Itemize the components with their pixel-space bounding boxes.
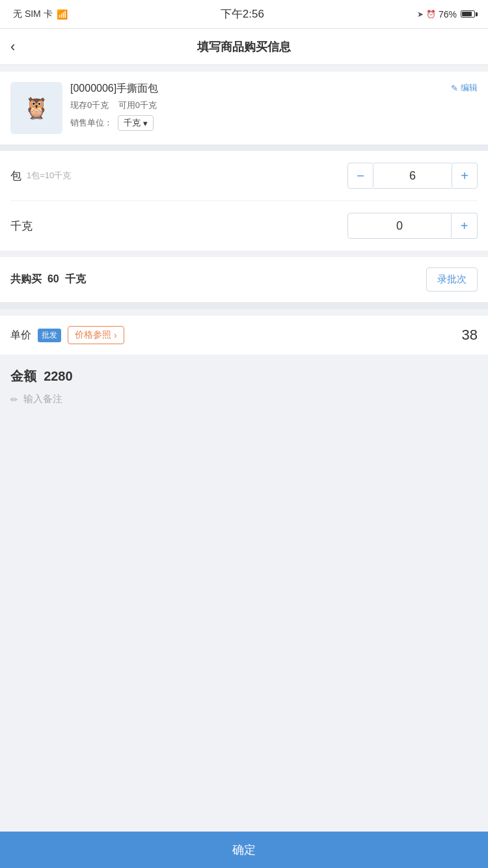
nav-bar: ‹ 填写商品购买信息 [0,29,488,65]
total-text: 共购买 60 千克 [10,273,86,286]
bag-hint: 1包=10千克 [27,170,71,182]
product-card: 🦉 [0000006]手撕面包 现存0千克 可用0千克 销售单位： 千克 ▾ ✎… [0,72,488,144]
kg-quantity-input[interactable] [347,213,452,239]
kg-controls: + [347,213,478,239]
kg-plus-button[interactable]: + [452,213,478,239]
dropdown-arrow-icon: ▾ [143,118,148,128]
price-section: 单价 批发 价格参照 › 38 [0,316,488,355]
bag-label: 包 1包=10千克 [10,169,71,183]
input-section: 包 1包=10千克 − + 千克 + [0,151,488,251]
battery-icon [461,10,475,18]
bag-minus-button[interactable]: − [347,163,373,189]
price-value: 38 [462,327,478,344]
price-ref-button[interactable]: 价格参照 › [68,326,124,344]
price-ref-arrow-icon: › [114,330,117,340]
edit-button[interactable]: ✎ 编辑 [451,82,478,94]
status-right: ➤ ⏰ 76% [417,9,475,20]
product-name: [0000006]手撕面包 [70,82,478,96]
batch-button[interactable]: 录批次 [426,267,478,292]
amount-section: 金额 2280 ✏ 输入备注 [0,355,488,412]
section-divider-1 [0,144,488,151]
remark-label: 输入备注 [23,393,62,405]
wifi-icon: 📶 [57,9,68,20]
product-unit-row: 销售单位： 千克 ▾ [70,115,478,131]
kg-input-row: 千克 + [10,201,478,251]
remark-row[interactable]: ✏ 输入备注 [10,393,478,405]
amount-row: 金额 2280 [10,368,478,385]
status-left: 无 SIM 卡 📶 [13,8,68,20]
bag-controls: − + [347,163,478,189]
back-button[interactable]: ‹ [10,38,15,55]
bottom-area [0,412,488,607]
price-label: 单价 [10,329,31,342]
product-stock: 现存0千克 可用0千克 [70,100,478,111]
total-section: 共购买 60 千克 录批次 [0,257,488,303]
bag-plus-button[interactable]: + [452,163,478,189]
unit-select[interactable]: 千克 ▾ [118,115,154,131]
product-info: [0000006]手撕面包 现存0千克 可用0千克 销售单位： 千克 ▾ [70,82,478,131]
edit-icon: ✎ [451,83,458,93]
sim-label: 无 SIM 卡 [13,8,53,20]
product-image: 🦉 [10,82,62,134]
location-icon: ➤ [417,10,424,19]
status-time: 下午2:56 [221,7,264,21]
section-divider-2 [0,303,488,309]
product-logo-icon: 🦉 [23,96,49,120]
status-bar: 无 SIM 卡 📶 下午2:56 ➤ ⏰ 76% [0,0,488,29]
remark-icon: ✏ [10,394,18,405]
bag-input-row: 包 1包=10千克 − + [10,151,478,201]
confirm-bar[interactable]: 确定 [0,832,488,868]
price-badge: 批发 [38,329,61,342]
bag-quantity-input[interactable] [373,163,452,189]
kg-label: 千克 [10,219,33,234]
alarm-icon: ⏰ [426,10,436,19]
nav-title: 填写商品购买信息 [197,39,291,55]
battery-percent: 76% [439,9,457,20]
confirm-button[interactable]: 确定 [232,842,256,858]
